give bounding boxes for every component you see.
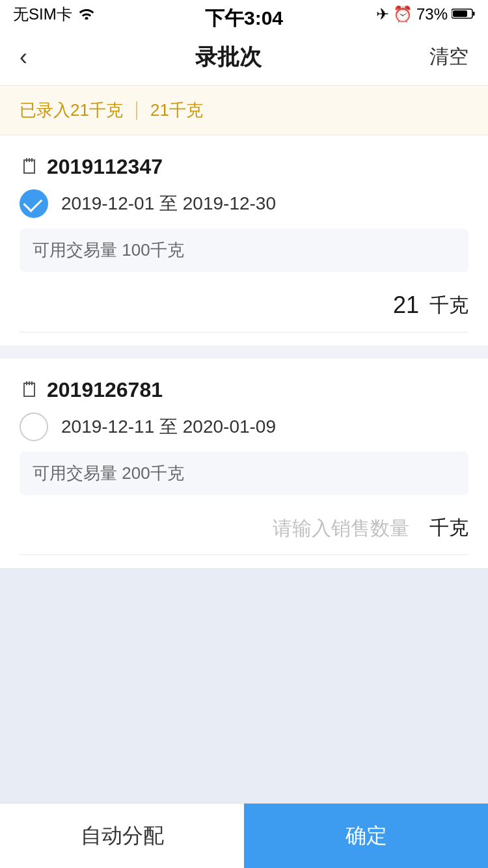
card-separator-1 xyxy=(0,346,488,359)
content-area: 已录入21千克 21千克 🗒 2019112347 2019-12-01 至 2… xyxy=(0,86,488,828)
batch-2-icon: 🗒 xyxy=(20,378,40,402)
batch-2-id: 2019126781 xyxy=(47,378,163,402)
batch-1-icon: 🗒 xyxy=(20,155,40,179)
batch-2-row: 2019-12-11 至 2020-01-09 xyxy=(20,413,468,441)
auto-distribute-button[interactable]: 自动分配 xyxy=(0,804,244,868)
batch-2-quantity-row: 千克 xyxy=(20,508,468,555)
batch-1-date: 2019-12-01 至 2019-12-30 xyxy=(61,191,276,216)
status-bar: 无SIM卡 下午3:04 ✈ ⏰ 73% xyxy=(0,0,488,29)
batch-1-id: 2019112347 xyxy=(47,155,163,179)
total-amount: 21千克 xyxy=(150,99,203,122)
banner-divider xyxy=(136,102,137,120)
batch-2-card: 🗒 2019126781 2019-12-11 至 2020-01-09 可用交… xyxy=(0,359,488,568)
page-title: 录批次 xyxy=(195,42,262,72)
batch-2-unit: 千克 xyxy=(429,515,468,541)
nav-bar: ‹ 录批次 清空 xyxy=(0,29,488,86)
batch-1-row: 2019-12-01 至 2019-12-30 xyxy=(20,189,468,218)
location-icon: ✈ xyxy=(376,5,389,23)
batch-1-unit: 千克 xyxy=(429,292,468,319)
status-left: 无SIM卡 xyxy=(13,4,96,25)
info-banner: 已录入21千克 21千克 xyxy=(0,86,488,135)
batch-1-available: 可用交易量 100千克 xyxy=(20,228,468,272)
svg-rect-2 xyxy=(453,10,467,17)
status-right: ✈ ⏰ 73% xyxy=(376,5,475,23)
carrier-text: 无SIM卡 xyxy=(13,4,72,25)
svg-rect-1 xyxy=(473,12,475,16)
alarm-icon: ⏰ xyxy=(393,5,413,23)
status-time: 下午3:04 xyxy=(205,5,283,32)
clear-button[interactable]: 清空 xyxy=(429,44,468,70)
batch-2-available: 可用交易量 200千克 xyxy=(20,452,468,495)
batch-1-header: 🗒 2019112347 xyxy=(20,155,468,179)
batch-2-date: 2019-12-11 至 2020-01-09 xyxy=(61,414,276,439)
batch-2-radio[interactable] xyxy=(20,413,48,441)
bottom-bar: 自动分配 确定 xyxy=(0,803,488,868)
battery-text: 73% xyxy=(416,5,448,23)
batch-2-quantity-input[interactable] xyxy=(224,517,419,539)
empty-space xyxy=(0,568,488,828)
batch-1-quantity: 21 xyxy=(393,292,419,319)
battery-icon xyxy=(452,5,475,23)
recorded-amount: 已录入21千克 xyxy=(20,99,123,122)
wifi-icon xyxy=(77,5,96,23)
batch-1-radio[interactable] xyxy=(20,189,48,218)
batch-1-card: 🗒 2019112347 2019-12-01 至 2019-12-30 可用交… xyxy=(0,135,488,346)
batch-1-quantity-row: 21 千克 xyxy=(20,285,468,332)
back-button[interactable]: ‹ xyxy=(20,44,27,71)
confirm-button[interactable]: 确定 xyxy=(244,804,488,868)
batch-2-header: 🗒 2019126781 xyxy=(20,378,468,402)
